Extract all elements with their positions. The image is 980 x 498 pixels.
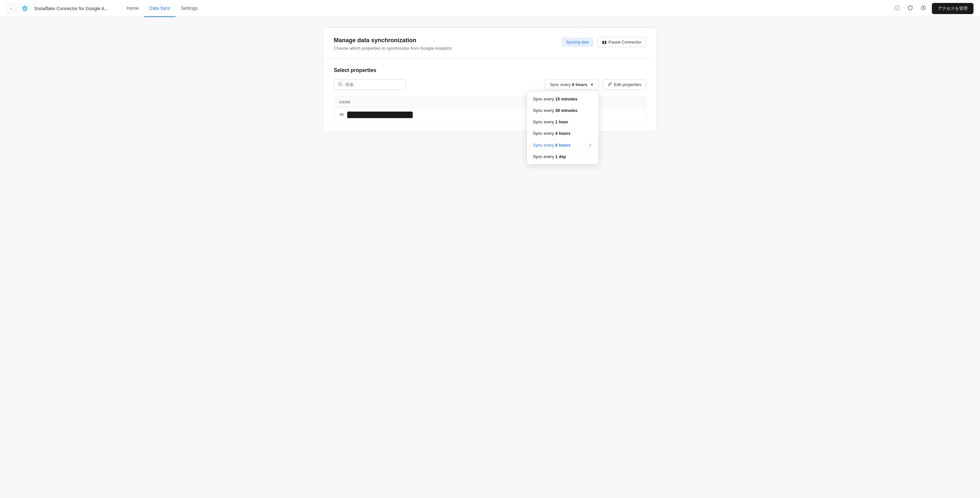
search-wrapper bbox=[334, 79, 406, 90]
main-content: Manage data synchronization Choose which… bbox=[310, 17, 670, 142]
row-name-redacted bbox=[347, 112, 413, 118]
checkmark-icon: ✓ bbox=[589, 142, 592, 147]
nav-item-settings[interactable]: Settings bbox=[175, 0, 203, 17]
sync-option-8hours[interactable]: Sync every 8 hours ✓ bbox=[527, 139, 598, 151]
app-title: Snowflake Connector for Google A... bbox=[34, 6, 108, 11]
sync-option-15min[interactable]: Sync every 15 minutes bbox=[527, 93, 598, 105]
edit-properties-button[interactable]: Edit properties bbox=[603, 79, 646, 90]
column-name-header: NAME bbox=[339, 100, 351, 104]
info-icon: ⓘ bbox=[894, 5, 900, 12]
info-icon-button[interactable]: ⓘ bbox=[892, 4, 902, 13]
row-collapse-icon bbox=[339, 112, 344, 118]
card-header-actions: Syncing data ▮▮ Pause Connector bbox=[562, 37, 646, 47]
search-input[interactable] bbox=[345, 82, 402, 87]
svg-point-3 bbox=[339, 82, 342, 86]
sync-frequency-dropdown[interactable]: Sync every 8 hours ▼ bbox=[545, 79, 599, 90]
sync-option-1hour[interactable]: Sync every 1 hour bbox=[527, 116, 598, 128]
card-title: Manage data synchronization bbox=[334, 37, 452, 44]
card-header-text: Manage data synchronization Choose which… bbox=[334, 37, 452, 51]
section-title: Select properties bbox=[334, 67, 646, 73]
sync-option-30min[interactable]: Sync every 30 minutes bbox=[527, 105, 598, 116]
card-header: Manage data synchronization Choose which… bbox=[323, 28, 657, 58]
pause-icon: ▮▮ bbox=[602, 40, 607, 44]
access-manage-button[interactable]: アクセスを管理 bbox=[932, 3, 974, 14]
nav-item-home[interactable]: Home bbox=[121, 0, 144, 17]
controls-row: Sync every 8 hours ▼ Sync every 15 minut… bbox=[334, 79, 646, 90]
pencil-icon bbox=[608, 82, 612, 87]
chevron-down-icon: ▼ bbox=[590, 82, 594, 87]
sync-dropdown-wrapper: Sync every 8 hours ▼ Sync every 15 minut… bbox=[545, 79, 599, 90]
shield-icon bbox=[908, 5, 913, 12]
app-logo bbox=[21, 5, 29, 13]
chevron-left-icon: ‹ bbox=[11, 6, 12, 11]
history-icon-button[interactable] bbox=[919, 4, 928, 13]
sync-frequency-menu: Sync every 15 minutes Sync every 30 minu… bbox=[527, 91, 599, 165]
sync-dropdown-label: Sync every 8 hours bbox=[550, 82, 587, 87]
data-sync-card: Manage data synchronization Choose which… bbox=[323, 27, 657, 132]
header-right-actions: ⓘ アクセスを管理 bbox=[892, 3, 974, 14]
pause-connector-button[interactable]: ▮▮ Pause Connector bbox=[597, 37, 646, 47]
properties-table: NAME bbox=[334, 97, 646, 122]
search-icon bbox=[338, 82, 343, 87]
svg-line-4 bbox=[341, 85, 343, 86]
shield-icon-button[interactable] bbox=[906, 4, 915, 13]
back-button[interactable]: ‹ bbox=[6, 4, 16, 13]
syncing-badge: Syncing data bbox=[562, 38, 593, 46]
table-header: NAME bbox=[334, 97, 646, 108]
table-row[interactable] bbox=[334, 108, 646, 122]
sync-option-4hours[interactable]: Sync every 4 hours bbox=[527, 128, 598, 139]
header: ‹ Snowflake Connector for Google A... Ho… bbox=[0, 0, 980, 17]
history-icon bbox=[921, 5, 926, 12]
card-body: Select properties Sync ever bbox=[323, 58, 657, 132]
sync-option-1day[interactable]: Sync every 1 day bbox=[527, 151, 598, 162]
nav-item-data-sync[interactable]: Data Sync bbox=[144, 0, 176, 17]
card-subtitle: Choose which properties to synchronize f… bbox=[334, 46, 452, 51]
svg-rect-5 bbox=[340, 114, 343, 115]
main-nav: Home Data Sync Settings bbox=[121, 0, 887, 17]
